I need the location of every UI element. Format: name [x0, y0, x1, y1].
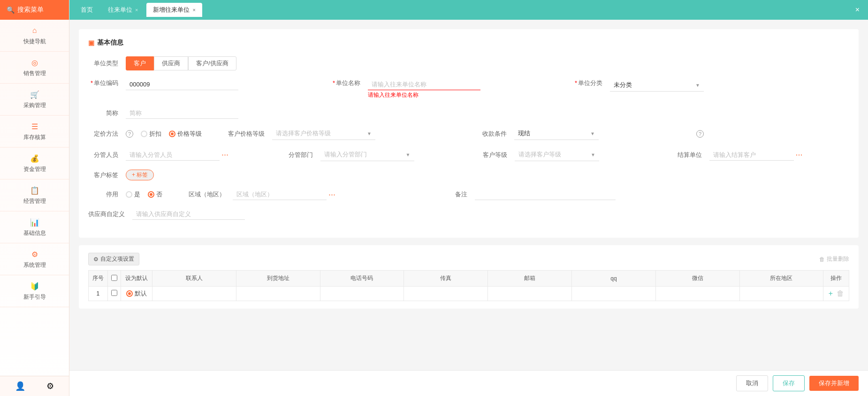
unit-name-input[interactable]: [368, 79, 480, 90]
region-input[interactable]: [233, 189, 327, 200]
tab-partner-list-close[interactable]: ×: [135, 7, 138, 13]
tabbar: 首页 往来单位 × 新增往来单位 × ×: [69, 0, 868, 20]
unit-category-select[interactable]: 未分类 ▼: [610, 79, 704, 92]
section-title: ▣ 基本信息: [88, 39, 849, 47]
short-name-input[interactable]: [126, 108, 238, 119]
main-area: 首页 往来单位 × 新增往来单位 × × ▣ 基本信息 单位类型 客户 供应商: [69, 0, 868, 396]
pricing-help-icon[interactable]: ?: [126, 130, 133, 138]
tab-new-partner[interactable]: 新增往来单位 ×: [146, 3, 202, 17]
sidebar-item-basic[interactable]: 📊 基础信息: [0, 211, 69, 243]
customer-price-level-placeholder: 请选择客户价格等级: [276, 129, 331, 138]
row-delete-btn[interactable]: 🗑: [836, 289, 845, 297]
department-select[interactable]: 请输入分管部门 ▼: [320, 148, 414, 161]
pricing-row: 定价方法 ? 折扣 价格等级 客户价格等级 请选择客户价格: [88, 127, 849, 140]
customer-level-group: 请选择客户等级 ▼: [515, 148, 655, 161]
wechat-input[interactable]: [659, 290, 737, 297]
tabbar-close-button[interactable]: ×: [852, 4, 863, 16]
unit-code-label: 单位编码: [88, 79, 122, 87]
row-checkbox[interactable]: [111, 290, 117, 296]
sidebar-item-label: 基础信息: [23, 229, 46, 237]
custom-settings-button[interactable]: ⚙ 自定义项设置: [88, 253, 139, 265]
unit-category-arrow: ▼: [695, 83, 700, 88]
disabled-no-radio[interactable]: [148, 191, 154, 198]
email-input[interactable]: [491, 290, 569, 297]
payment-terms-help-icon[interactable]: ?: [696, 130, 704, 138]
save-new-button[interactable]: 保存并新增: [809, 376, 859, 391]
sidebar-item-finance[interactable]: 💰 资金管理: [0, 148, 69, 179]
qq-input[interactable]: [575, 290, 653, 297]
unit-type-row: 单位类型 客户 供应商 客户/供应商: [88, 56, 849, 70]
basic-icon: 📊: [30, 217, 40, 227]
phone-input[interactable]: [323, 290, 401, 297]
disabled-yes-radio[interactable]: [126, 191, 132, 198]
sidebar-item-label: 资金管理: [23, 165, 46, 173]
sidebar-item-sales[interactable]: ◎ 销售管理: [0, 52, 69, 84]
unit-name-group: 请输入往来单位名称: [368, 79, 546, 99]
select-all-checkbox[interactable]: [111, 275, 117, 281]
payment-terms-value: 现结: [518, 129, 530, 138]
user-icon[interactable]: 👤: [15, 381, 25, 391]
pricing-discount-option[interactable]: 折扣: [141, 130, 161, 138]
sidebar-item-system[interactable]: ⚙ 系统管理: [0, 243, 69, 275]
add-tag-button[interactable]: + 标签: [126, 170, 154, 180]
batch-delete-button[interactable]: 🗑 批量删除: [819, 255, 849, 263]
sidebar-item-label: 快捷导航: [23, 38, 46, 46]
search-menu-label: 搜索菜单: [17, 6, 44, 14]
default-radio-item[interactable]: 默认: [124, 289, 149, 298]
pricing-level-option[interactable]: 价格等级: [169, 130, 202, 138]
customer-price-level-select[interactable]: 请选择客户价格等级 ▼: [272, 127, 375, 140]
unit-type-both-btn[interactable]: 客户/供应商: [188, 56, 236, 70]
settlement-unit-label: 结算单位: [672, 151, 706, 159]
col-check: [107, 271, 121, 287]
settlement-unit-more-btn[interactable]: ···: [794, 150, 805, 160]
pricing-level-radio[interactable]: [169, 131, 175, 137]
supplier-custom-input[interactable]: [132, 209, 245, 220]
tab-home[interactable]: 首页: [74, 3, 99, 17]
sidebar-item-quick-nav[interactable]: ⌂ 快捷导航: [0, 20, 69, 52]
cell-email: [488, 287, 572, 301]
guide-icon: 🔰: [30, 281, 40, 291]
settings-icon[interactable]: ⚙: [46, 381, 54, 391]
sidebar-item-inventory[interactable]: ☰ 库存核算: [0, 116, 69, 148]
pricing-discount-label: 折扣: [149, 130, 161, 138]
sidebar-item-label: 库存核算: [23, 133, 46, 141]
manager-more-btn[interactable]: ···: [220, 150, 230, 160]
sidebar-item-label: 系统管理: [23, 261, 46, 269]
tab-partner-list[interactable]: 往来单位 ×: [101, 3, 145, 17]
region-table-input[interactable]: [743, 290, 821, 297]
pricing-discount-radio[interactable]: [141, 131, 147, 137]
unit-code-input[interactable]: [126, 79, 238, 90]
sidebar-item-label: 采购管理: [23, 101, 46, 109]
contact-input[interactable]: [155, 290, 233, 297]
settings-gear-icon: ⚙: [93, 256, 99, 263]
cell-contact: [152, 287, 236, 301]
region-more-btn[interactable]: ···: [327, 190, 337, 200]
manager-input[interactable]: [126, 149, 220, 161]
cancel-button[interactable]: 取消: [736, 375, 768, 391]
supplier-custom-row: 供应商自定义: [88, 209, 849, 220]
search-menu[interactable]: 🔍 搜索菜单: [0, 0, 69, 20]
default-radio[interactable]: [126, 290, 133, 297]
disabled-yes-option[interactable]: 是: [126, 190, 140, 199]
row-add-btn[interactable]: +: [828, 289, 834, 297]
disabled-yes-label: 是: [134, 190, 140, 199]
col-qq: qq: [571, 271, 655, 287]
customer-level-select[interactable]: 请选择客户等级 ▼: [515, 148, 599, 161]
address-input[interactable]: [239, 290, 317, 297]
unit-name-error: 请输入往来单位名称: [368, 91, 419, 99]
fax-input[interactable]: [407, 290, 485, 297]
cell-address: [236, 287, 320, 301]
save-button[interactable]: 保存: [773, 375, 805, 391]
pricing-radio-group: 折扣 价格等级: [141, 130, 202, 138]
col-wechat: 微信: [655, 271, 739, 287]
sidebar-item-guide[interactable]: 🔰 新手引导: [0, 275, 69, 307]
payment-terms-select[interactable]: 现结 ▼: [514, 127, 599, 140]
sidebar-item-operations[interactable]: 📋 经营管理: [0, 179, 69, 211]
tab-new-partner-close[interactable]: ×: [192, 7, 195, 13]
unit-type-customer-btn[interactable]: 客户: [126, 56, 154, 70]
unit-type-supplier-btn[interactable]: 供应商: [154, 56, 188, 70]
disabled-no-option[interactable]: 否: [148, 190, 162, 199]
sidebar-item-purchase[interactable]: 🛒 采购管理: [0, 84, 69, 116]
note-input[interactable]: [475, 189, 616, 200]
settlement-unit-input[interactable]: [709, 149, 794, 161]
